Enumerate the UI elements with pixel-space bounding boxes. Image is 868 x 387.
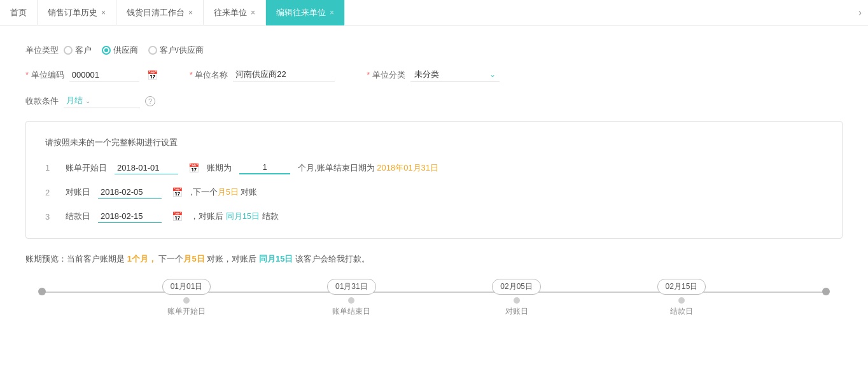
tl-badge-2: 01月31日 xyxy=(327,279,376,295)
tab-partner-unit-close[interactable]: × xyxy=(251,8,255,17)
start-date-input[interactable] xyxy=(115,162,178,174)
panel-hint: 请按照未来的一个完整帐期进行设置 xyxy=(45,137,823,148)
payment-condition-label: 收款条件 xyxy=(25,95,59,107)
radio-supplier-label: 供应商 xyxy=(113,45,138,56)
radio-both-label: 客户/供应商 xyxy=(160,45,204,56)
radio-customer-circle xyxy=(64,46,73,55)
row-num-3: 3 xyxy=(45,212,58,222)
tl-dot-2 xyxy=(348,297,354,304)
unit-category-arrow-icon: ⌄ xyxy=(489,70,496,79)
payment-condition-dropdown-icon: ⌄ xyxy=(85,97,90,104)
panel-row-1: 1 账单开始日 📅 账期为 个月,账单结束日期为 2018年01月31日 xyxy=(45,161,823,174)
tab-edit-partner[interactable]: 编辑往来单位 × xyxy=(266,0,345,25)
tl-badge-3: 02月05日 xyxy=(492,279,541,295)
unit-type-row: 单位类型 客户 供应商 客户/供应商 xyxy=(25,45,843,56)
row-num-2: 2 xyxy=(45,188,58,197)
tl-dot-3 xyxy=(514,297,520,304)
unit-info-row: 单位编码 📅 单位名称 单位分类 未分类 ⌄ xyxy=(25,67,843,82)
start-dot-circle xyxy=(38,288,46,295)
tab-sales-history-close[interactable]: × xyxy=(101,8,106,17)
period-end-date: 2018年01月31日 xyxy=(377,163,438,172)
unit-code-input[interactable] xyxy=(69,69,139,81)
tab-partner-unit-label: 往来单位 xyxy=(214,7,247,18)
radio-supplier-circle xyxy=(102,46,111,55)
payment-condition-row: 收款条件 月结 ⌄ ? xyxy=(25,94,843,108)
reconcile-date-input[interactable] xyxy=(98,186,162,199)
row-label-2: 对账日 xyxy=(66,186,90,198)
tab-cash-work-label: 钱货日清工作台 xyxy=(127,7,185,18)
unit-name-input[interactable] xyxy=(233,69,335,81)
payment-help-icon[interactable]: ? xyxy=(145,96,155,106)
unit-type-label: 单位类型 xyxy=(25,45,59,56)
tab-sales-history-label: 销售订单历史 xyxy=(48,7,97,18)
tab-cash-work-close[interactable]: × xyxy=(188,8,193,17)
period-input[interactable] xyxy=(239,161,290,174)
main-content: 单位类型 客户 供应商 客户/供应商 单位编码 📅 单位名称 xyxy=(0,25,868,387)
unit-category-label: 单位分类 xyxy=(367,69,405,81)
tl-dot-4 xyxy=(678,297,685,304)
reconcile-highlight: 月5日 xyxy=(218,187,239,197)
timeline-point-3: 02月05日 对账日 xyxy=(492,279,541,317)
payment-condition-value: 月结 xyxy=(66,95,83,106)
payment-date-input[interactable] xyxy=(98,210,162,223)
tab-scroll-right[interactable]: › xyxy=(852,7,868,18)
timeline-section: 01月01日 账单开始日 01月31日 账单结束日 02月05日 对账日 02月… xyxy=(25,279,843,317)
end-dot-circle xyxy=(822,288,830,295)
tab-sales-history[interactable]: 销售订单历史 × xyxy=(38,0,116,25)
row-label-1: 账单开始日 xyxy=(66,162,107,174)
timeline-start-dot xyxy=(38,279,46,295)
timeline-end-dot xyxy=(822,279,830,295)
unit-code-icon[interactable]: 📅 xyxy=(147,70,158,80)
preview-period: 1个月， xyxy=(127,254,157,264)
billing-period-panel: 请按照未来的一个完整帐期进行设置 1 账单开始日 📅 账期为 个月,账单结束日期… xyxy=(25,121,843,239)
tl-label-4: 结款日 xyxy=(670,306,693,317)
unit-name-label: 单位名称 xyxy=(190,69,228,81)
reconcile-date-cal-icon[interactable]: 📅 xyxy=(172,187,183,197)
preview-reconcile: 月5日 xyxy=(183,254,204,264)
unit-category-value: 未分类 xyxy=(414,69,439,80)
tl-badge-1: 01月01日 xyxy=(162,279,211,295)
tl-label-3: 对账日 xyxy=(505,306,528,317)
unit-code-label: 单位编码 xyxy=(25,69,64,81)
reconcile-suffix-text: ,下一个月5日 对账 xyxy=(190,186,257,198)
tabs-bar: 首页 销售订单历史 × 钱货日清工作台 × 往来单位 × 编辑往来单位 × › xyxy=(0,0,868,25)
preview-payment: 同月15日 xyxy=(259,254,293,264)
payment-highlight: 同月15日 xyxy=(226,211,260,221)
unit-category-dropdown[interactable]: 未分类 ⌄ xyxy=(410,67,500,82)
tab-edit-partner-label: 编辑往来单位 xyxy=(276,7,326,18)
radio-both-circle xyxy=(148,46,157,55)
period-label: 账期为 xyxy=(207,162,232,174)
tl-dot-1 xyxy=(183,297,190,304)
tl-label-1: 账单开始日 xyxy=(167,306,206,317)
preview-text: 账期预览：当前客户账期是 1个月， 下一个月5日 对账，对账后 同月15日 该客… xyxy=(25,251,843,266)
tl-label-2: 账单结束日 xyxy=(332,306,370,317)
radio-both[interactable]: 客户/供应商 xyxy=(148,45,204,56)
period-unit-text: 个月,账单结束日期为 2018年01月31日 xyxy=(298,162,438,174)
radio-customer-label: 客户 xyxy=(75,45,92,56)
payment-condition-select[interactable]: 月结 ⌄ xyxy=(64,94,140,108)
tab-cash-work[interactable]: 钱货日清工作台 × xyxy=(116,0,204,25)
timeline-point-1: 01月01日 账单开始日 xyxy=(162,279,211,317)
tab-partner-unit[interactable]: 往来单位 × xyxy=(204,0,266,25)
timeline-points: 01月01日 账单开始日 01月31日 账单结束日 02月05日 对账日 02月… xyxy=(38,279,830,317)
tab-home-label: 首页 xyxy=(10,7,27,18)
unit-type-radio-group: 客户 供应商 客户/供应商 xyxy=(64,45,204,56)
timeline-point-4: 02月15日 结款日 xyxy=(657,279,706,317)
row-num-1: 1 xyxy=(45,163,58,172)
tab-home[interactable]: 首页 xyxy=(0,0,38,25)
panel-row-3: 3 结款日 📅 ，对账后 同月15日 结款 xyxy=(45,210,823,223)
row-label-3: 结款日 xyxy=(66,211,90,222)
payment-suffix-text: ，对账后 同月15日 结款 xyxy=(190,211,279,222)
tab-edit-partner-close[interactable]: × xyxy=(330,8,334,17)
tl-badge-4: 02月15日 xyxy=(657,279,706,295)
payment-date-cal-icon[interactable]: 📅 xyxy=(172,211,183,222)
radio-customer[interactable]: 客户 xyxy=(64,45,92,56)
start-date-cal-icon[interactable]: 📅 xyxy=(188,163,199,173)
radio-supplier[interactable]: 供应商 xyxy=(102,45,138,56)
timeline-point-2: 01月31日 账单结束日 xyxy=(327,279,376,317)
panel-row-2: 2 对账日 📅 ,下一个月5日 对账 xyxy=(45,186,823,199)
